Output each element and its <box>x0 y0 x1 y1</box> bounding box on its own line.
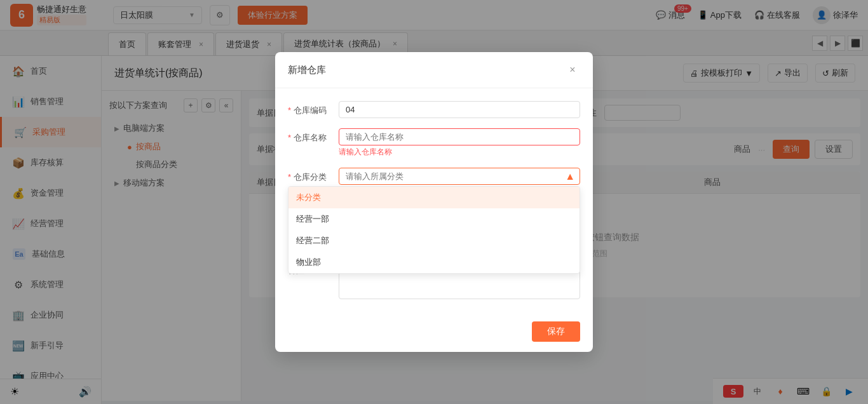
dialog-header: 新增仓库 × <box>275 52 593 88</box>
category-up-icon[interactable]: ▲ <box>565 171 575 182</box>
warehouse-name-input[interactable] <box>339 128 580 145</box>
form-row-code: 仓库编码 <box>288 101 580 118</box>
category-control: ▲ 未分类 经营一部 经营二部 物业部 <box>339 168 580 185</box>
dialog-title: 新增仓库 <box>288 64 326 76</box>
code-control <box>339 101 580 118</box>
category-option-dept1[interactable]: 经营一部 <box>288 208 580 230</box>
category-option-property[interactable]: 物业部 <box>288 252 580 273</box>
warehouse-code-input[interactable] <box>339 101 580 118</box>
code-label: 仓库编码 <box>288 101 339 116</box>
name-error-msg: 请输入仓库名称 <box>339 147 580 158</box>
name-control: 请输入仓库名称 <box>339 128 580 158</box>
category-input-wrap: ▲ <box>339 168 580 185</box>
name-label: 仓库名称 <box>288 128 339 144</box>
form-row-name: 仓库名称 请输入仓库名称 <box>288 128 580 158</box>
warehouse-category-input[interactable] <box>339 168 580 185</box>
category-dropdown: 未分类 经营一部 经营二部 物业部 <box>288 186 580 274</box>
category-option-none[interactable]: 未分类 <box>288 187 580 208</box>
dialog-footer: 保存 <box>275 311 593 352</box>
save-button[interactable]: 保存 <box>532 321 580 342</box>
new-warehouse-dialog: 新增仓库 × 仓库编码 仓库名称 请输入仓库名称 仓库分类 <box>275 52 593 352</box>
dialog-body: 仓库编码 仓库名称 请输入仓库名称 仓库分类 ▲ <box>275 88 593 301</box>
category-label: 仓库分类 <box>288 168 339 183</box>
form-row-category: 仓库分类 ▲ 未分类 经营一部 经营二部 物业部 <box>288 168 580 185</box>
category-option-dept2[interactable]: 经营二部 <box>288 230 580 252</box>
modal-overlay: 新增仓库 × 仓库编码 仓库名称 请输入仓库名称 仓库分类 <box>0 0 868 404</box>
dialog-close-button[interactable]: × <box>565 62 580 77</box>
